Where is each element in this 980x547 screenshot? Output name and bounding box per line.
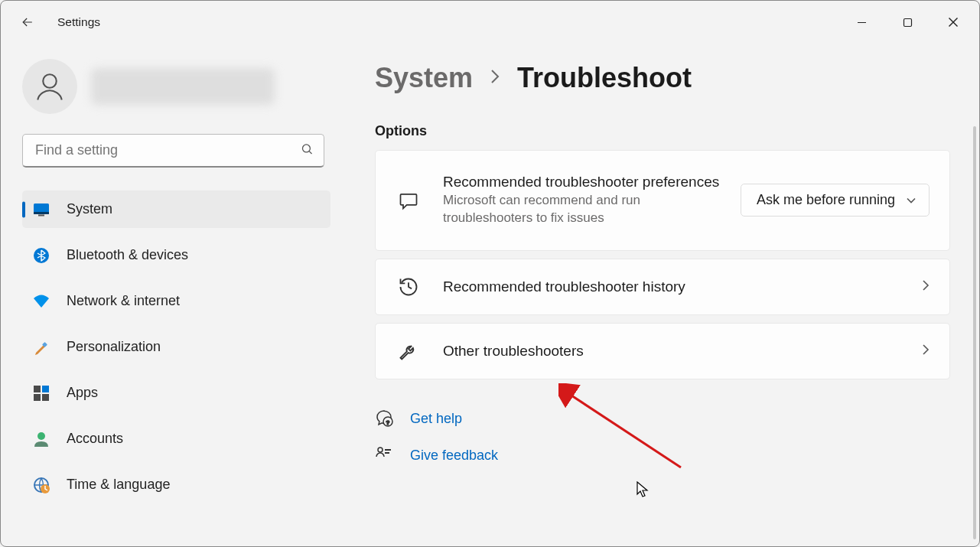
svg-text:?: ? <box>386 418 390 425</box>
card-title: Other troubleshooters <box>443 343 913 360</box>
svg-rect-9 <box>38 214 44 216</box>
svg-point-16 <box>37 432 45 440</box>
maximize-button[interactable] <box>884 7 930 37</box>
chevron-right-icon <box>922 279 930 295</box>
question-bubble-icon: ? <box>375 409 393 430</box>
get-help-link[interactable]: ? Get help <box>375 409 961 430</box>
bluetooth-icon <box>33 247 50 264</box>
arrow-left-icon <box>20 15 35 30</box>
section-heading-options: Options <box>375 123 961 139</box>
sidebar-item-system[interactable]: System <box>22 190 330 228</box>
apps-icon <box>33 385 50 402</box>
minimize-icon <box>857 18 867 28</box>
globe-clock-icon <box>33 477 50 493</box>
chevron-down-icon <box>906 197 917 204</box>
person-icon <box>34 70 66 103</box>
user-profile-row[interactable] <box>22 59 334 114</box>
main-content: System Troubleshoot Options Recommended … <box>341 44 979 512</box>
footer-link-label: Give feedback <box>410 448 498 464</box>
avatar <box>22 59 77 114</box>
nav-label: System <box>67 201 112 217</box>
svg-rect-14 <box>34 394 41 401</box>
sidebar-item-time-language[interactable]: Time & language <box>22 466 330 503</box>
search-container <box>22 134 324 168</box>
wifi-icon <box>33 293 50 310</box>
svg-rect-1 <box>903 18 911 26</box>
sidebar-item-network[interactable]: Network & internet <box>22 282 330 320</box>
nav-label: Personalization <box>67 339 161 355</box>
user-name-redacted <box>91 68 275 105</box>
svg-point-5 <box>302 145 310 152</box>
svg-rect-8 <box>34 212 49 214</box>
back-button[interactable] <box>15 9 41 35</box>
nav-label: Network & internet <box>67 293 180 309</box>
svg-line-6 <box>309 151 311 154</box>
sidebar: System Bluetooth & devices Network & int… <box>1 44 341 512</box>
close-button[interactable] <box>930 7 976 37</box>
search-icon <box>301 143 314 159</box>
nav-label: Time & language <box>67 477 170 493</box>
dropdown-value: Ask me before running <box>757 192 895 208</box>
svg-point-22 <box>378 448 383 452</box>
chevron-right-icon <box>922 344 930 359</box>
nav-label: Bluetooth & devices <box>67 247 188 263</box>
chevron-right-icon <box>490 68 500 88</box>
breadcrumb-current: Troubleshoot <box>517 62 692 94</box>
window-title: Settings <box>57 15 100 29</box>
nav-list: System Bluetooth & devices Network & int… <box>22 190 330 503</box>
give-feedback-link[interactable]: Give feedback <box>375 445 961 467</box>
nav-label: Apps <box>67 385 98 401</box>
svg-rect-15 <box>42 394 49 401</box>
card-title: Recommended troubleshooter history <box>443 278 913 295</box>
preference-dropdown[interactable]: Ask me before running <box>741 184 930 217</box>
card-title: Recommended troubleshooter preferences <box>443 174 741 190</box>
sidebar-item-personalization[interactable]: Personalization <box>22 328 330 366</box>
maximize-icon <box>903 18 913 28</box>
card-troubleshooter-history[interactable]: Recommended troubleshooter history <box>375 259 950 315</box>
history-icon <box>396 276 422 298</box>
sidebar-item-accounts[interactable]: Accounts <box>22 420 330 457</box>
search-input[interactable] <box>22 134 324 168</box>
comment-icon <box>396 190 422 211</box>
display-icon <box>33 201 50 218</box>
sidebar-item-apps[interactable]: Apps <box>22 374 330 412</box>
minimize-button[interactable] <box>838 7 884 37</box>
sidebar-item-bluetooth[interactable]: Bluetooth & devices <box>22 236 330 274</box>
feedback-icon <box>375 445 393 467</box>
footer-link-label: Get help <box>410 411 462 427</box>
svg-point-4 <box>43 74 57 88</box>
card-description: Microsoft can recommend and run troubles… <box>443 192 688 227</box>
card-troubleshooter-preferences: Recommended troubleshooter preferences M… <box>375 150 950 251</box>
accounts-icon <box>33 431 50 448</box>
title-bar: Settings <box>1 1 979 44</box>
breadcrumb: System Troubleshoot <box>375 62 961 94</box>
footer-links: ? Get help Give feedback <box>375 409 961 467</box>
close-icon <box>948 17 959 28</box>
svg-rect-13 <box>42 386 49 392</box>
paintbrush-icon <box>33 339 50 356</box>
svg-rect-12 <box>34 386 41 392</box>
card-other-troubleshooters[interactable]: Other troubleshooters <box>375 323 950 379</box>
nav-label: Accounts <box>67 431 123 447</box>
breadcrumb-parent[interactable]: System <box>375 62 473 94</box>
wrench-icon <box>396 340 422 362</box>
scrollbar[interactable] <box>973 126 976 539</box>
